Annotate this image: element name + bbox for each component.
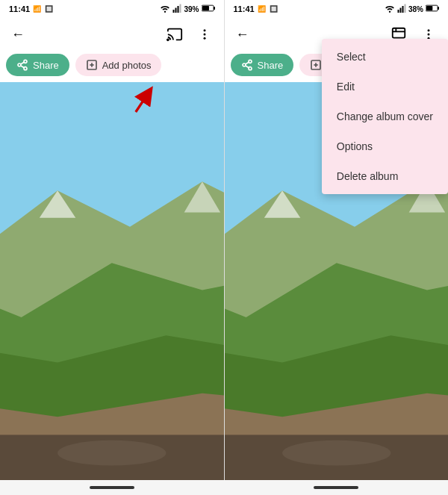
- data-icon-left: 🔲: [45, 5, 53, 13]
- time-right: 11:41: [234, 4, 255, 13]
- add-label-left: Add photos: [102, 60, 152, 71]
- svg-line-50: [245, 66, 249, 68]
- svg-rect-34: [397, 10, 399, 13]
- battery-icon-left: [202, 4, 215, 13]
- status-bar-right: 11:41 📶 🔲: [225, 0, 449, 18]
- screens-container: 11:41 📶 🔲: [0, 0, 448, 480]
- signal-icons-left: 📶: [33, 5, 41, 13]
- wifi-icon-right: [385, 4, 395, 14]
- svg-rect-40: [426, 6, 432, 10]
- home-indicator-left: [0, 480, 224, 495]
- svg-point-48: [243, 63, 246, 66]
- screen-left: 11:41 📶 🔲: [0, 0, 225, 480]
- svg-point-12: [24, 60, 27, 63]
- svg-line-16: [21, 62, 25, 64]
- svg-point-33: [389, 11, 391, 13]
- svg-rect-41: [393, 28, 405, 38]
- svg-point-47: [249, 60, 252, 63]
- svg-rect-4: [180, 4, 181, 13]
- cast-button-left[interactable]: [161, 21, 188, 48]
- menu-item-edit[interactable]: Edit: [322, 72, 448, 102]
- svg-point-45: [428, 34, 430, 36]
- svg-rect-1: [173, 10, 175, 13]
- battery-right: 38%: [408, 5, 423, 13]
- svg-rect-39: [438, 7, 439, 10]
- svg-rect-7: [202, 6, 208, 10]
- photo-area-left: [0, 82, 224, 480]
- svg-rect-2: [175, 8, 177, 13]
- menu-item-select[interactable]: Select: [322, 42, 448, 72]
- top-bar-left: ←: [0, 18, 224, 51]
- menu-item-options[interactable]: Options: [322, 131, 448, 161]
- svg-rect-6: [214, 7, 215, 10]
- battery-left: 39%: [184, 5, 199, 13]
- svg-point-44: [428, 29, 430, 31]
- back-button-left[interactable]: ←: [6, 22, 30, 46]
- signal-icons-right: 📶: [258, 5, 266, 13]
- svg-point-14: [24, 67, 27, 70]
- svg-line-15: [21, 66, 25, 68]
- svg-point-49: [249, 67, 252, 70]
- top-actions-left: [161, 21, 218, 48]
- status-time-left: 11:41 📶 🔲: [9, 4, 53, 13]
- screen-right: 11:41 📶 🔲: [225, 0, 449, 480]
- status-time-right: 11:41 📶 🔲: [234, 4, 278, 13]
- svg-point-9: [203, 29, 205, 31]
- svg-rect-37: [404, 4, 405, 13]
- svg-point-62: [282, 440, 391, 466]
- share-label-right: Share: [258, 60, 284, 71]
- battery-icon-right: [426, 4, 439, 13]
- status-right-left: 39%: [160, 4, 214, 14]
- status-right-right: 38%: [385, 4, 439, 14]
- svg-rect-36: [402, 6, 403, 13]
- svg-point-27: [57, 440, 166, 466]
- dropdown-menu: Select Edit Change album cover Options D…: [322, 39, 448, 194]
- svg-point-0: [164, 11, 166, 13]
- share-button-right[interactable]: Share: [231, 54, 294, 76]
- home-bar-right: [314, 486, 358, 489]
- wifi-icon-left: [160, 4, 170, 14]
- svg-point-8: [167, 39, 169, 42]
- menu-item-delete[interactable]: Delete album: [322, 161, 448, 191]
- status-bar-left: 11:41 📶 🔲: [0, 0, 224, 18]
- share-button-left[interactable]: Share: [6, 54, 69, 76]
- share-label-left: Share: [33, 60, 59, 71]
- svg-rect-3: [178, 6, 179, 13]
- signal-bar-right: [397, 4, 406, 14]
- data-icon-right: 🔲: [270, 5, 278, 13]
- more-button-left[interactable]: [191, 21, 218, 48]
- home-bar-left: [90, 486, 134, 489]
- back-button-right[interactable]: ←: [231, 22, 255, 46]
- add-photos-button-left[interactable]: Add photos: [75, 54, 162, 76]
- home-indicators: [0, 480, 448, 495]
- svg-point-11: [203, 37, 205, 40]
- buttons-row-left: Share Add photos: [0, 51, 224, 82]
- svg-point-13: [18, 63, 21, 66]
- svg-line-51: [245, 62, 249, 64]
- svg-point-10: [203, 34, 205, 36]
- menu-item-change-cover[interactable]: Change album cover: [322, 102, 448, 131]
- svg-rect-35: [399, 8, 401, 13]
- signal-bar-left: [172, 4, 181, 14]
- home-indicator-right: [224, 480, 448, 495]
- time-left: 11:41: [9, 4, 30, 13]
